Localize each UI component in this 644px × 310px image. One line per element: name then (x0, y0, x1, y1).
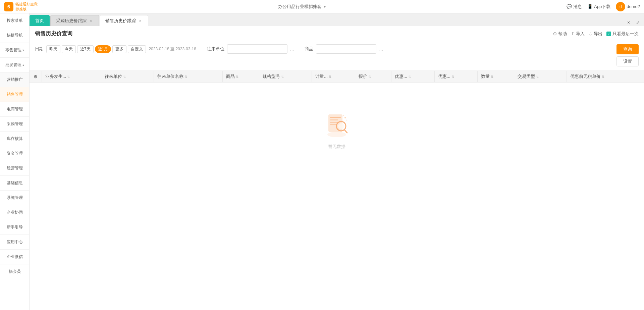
th-unit-code[interactable]: 往来单位⇅ (101, 71, 154, 83)
sidebar-label-app-center: 应用中心 (7, 239, 23, 245)
tab-sales-history-close[interactable]: × (138, 18, 143, 23)
sidebar-label-inventory: 库存核算 (7, 136, 23, 142)
th-goods[interactable]: 商品⇅ (223, 71, 259, 83)
sidebar-item-purchase-mgmt[interactable]: 采购管理 (0, 117, 29, 132)
sidebar-item-inventory[interactable]: 库存核算 (0, 132, 29, 146)
retail-arrow-icon: ▾ (22, 48, 24, 52)
topbar-right: 💬 消息 📱 App下载 d demo2 (567, 2, 640, 11)
sidebar-label-search-menu: 搜索菜单 (7, 18, 23, 23)
sidebar-item-ecom-mgmt[interactable]: 电商管理 (0, 102, 29, 117)
sidebar-item-app-center[interactable]: 应用中心 (0, 235, 29, 250)
filter-goods-group: 商品 ... (305, 44, 383, 54)
th-trade-type[interactable]: 交易类型⇅ (514, 71, 567, 83)
export-icon: ⇩ (589, 31, 592, 36)
sidebar-item-sales-mgmt[interactable]: 销售管理 (0, 87, 29, 102)
page-content: 销售历史价查询 ⊙ 帮助 ⇧ 导入 ⇩ 导出 ✓ (30, 26, 644, 310)
date-btn-yesterday[interactable]: 昨天 (46, 45, 60, 53)
tab-home-label: 首页 (35, 18, 44, 24)
date-btn-custom[interactable]: 自定义 (128, 45, 146, 53)
sidebar-item-search-menu[interactable]: 搜索菜单 (0, 13, 29, 28)
th-unit-name[interactable]: 往来单位名称⇅ (154, 71, 223, 83)
svg-rect-3 (330, 119, 338, 120)
filter-unit-group: 往来单位 ... (207, 44, 294, 54)
sidebar-item-sys-mgmt[interactable]: 系统管理 (0, 191, 29, 205)
sidebar-label-purchase-mgmt: 采购管理 (7, 121, 23, 127)
help-label: 帮助 (558, 31, 567, 37)
import-label: 导入 (576, 31, 585, 37)
app-download-btn[interactable]: 📱 App下载 (587, 4, 610, 10)
sidebar-item-fund-mgmt[interactable]: 资金管理 (0, 146, 29, 161)
goods-dots[interactable]: ... (379, 46, 383, 52)
page-header: 销售历史价查询 ⊙ 帮助 ⇧ 导入 ⇩ 导出 ✓ (30, 26, 644, 40)
th-discount2[interactable]: 优惠...⇅ (434, 71, 478, 83)
query-button[interactable]: 查询 (616, 44, 639, 54)
settings-button[interactable]: 设置 (616, 56, 639, 66)
tab-purchase-history-label: 采购历史价跟踪 (56, 18, 87, 24)
sidebar-item-member[interactable]: 畅会员 (0, 264, 29, 279)
import-btn[interactable]: ⇧ 导入 (571, 31, 585, 37)
svg-point-0 (327, 132, 346, 137)
avatar: d (616, 2, 625, 11)
topbar-center: 办公用品行业模拟账套 ▾ (278, 4, 326, 10)
app-icon: 📱 (587, 4, 593, 9)
svg-point-9 (344, 117, 346, 118)
content-area: 首页 采购历史价跟踪 × 销售历史价跟踪 × × ⤢ 销售历史价查询 (30, 13, 644, 310)
date-btn-more[interactable]: 更多 (112, 45, 126, 53)
sidebar-item-marketing[interactable]: 营销推广 (0, 72, 29, 87)
tab-purchase-history-close[interactable]: × (89, 18, 93, 23)
sidebar-item-retail-mgmt[interactable]: 零售管理 ▾ (0, 43, 29, 58)
sidebar-label-enterprise: 企业协同 (7, 210, 23, 215)
sidebar-label-wholesale-mgmt: 批发管理 (5, 62, 21, 68)
sidebar-item-wholesale-mgmt[interactable]: 批发管理 ▴ (0, 58, 29, 72)
sidebar-label-marketing: 营销推广 (7, 77, 23, 83)
th-qty[interactable]: 数量⇅ (478, 71, 514, 83)
page-actions: ⊙ 帮助 ⇧ 导入 ⇩ 导出 ✓ 只看最后一次 (553, 31, 639, 37)
last-one-checkbox[interactable]: ✓ 只看最后一次 (606, 31, 639, 37)
th-gear[interactable]: ⚙ (30, 71, 42, 83)
sidebar-item-quick-nav[interactable]: 快捷导航 (0, 28, 29, 43)
sidebar-label-retail-mgmt: 零售管理 (5, 47, 21, 53)
tab-sales-history[interactable]: 销售历史价跟踪 × (100, 15, 148, 26)
sidebar-item-ops-mgmt[interactable]: 经营管理 (0, 161, 29, 176)
filter-right: 查询 设置 (616, 44, 639, 66)
th-pre-tax-price[interactable]: 优惠前无税单价⇅ (567, 71, 644, 83)
sidebar-label-sales-mgmt: 销售管理 (7, 92, 23, 97)
th-biz-date[interactable]: 业务发生...⇅ (42, 71, 101, 83)
tab-close-all-btn[interactable]: × (625, 19, 632, 26)
sort-icon-unit-name: ⇅ (184, 75, 187, 79)
sidebar: 搜索菜单 快捷导航 零售管理 ▾ 批发管理 ▴ 营销推广 销售管理 电商管理 采… (0, 13, 30, 310)
sidebar-item-basic-info[interactable]: 基础信息 (0, 176, 29, 191)
svg-rect-2 (330, 117, 341, 118)
logo-text: 畅捷通好生意 标准版 (15, 2, 38, 11)
sort-icon-goods: ⇅ (236, 75, 238, 79)
export-btn[interactable]: ⇩ 导出 (589, 31, 602, 37)
tab-purchase-history[interactable]: 采购历史价跟踪 × (50, 15, 99, 26)
sidebar-item-enterprise-wechat[interactable]: 企业微信 (0, 250, 29, 264)
user-menu[interactable]: d demo2 (616, 2, 640, 11)
filter-area: 日期 昨天 今天 近7天 近1月 更多 自定义 2023-02-18 至 202… (30, 40, 644, 71)
date-label: 日期 (35, 46, 44, 52)
from-unit-input[interactable] (227, 44, 287, 54)
sidebar-label-fund-mgmt: 资金管理 (7, 151, 23, 156)
date-btn-last1m[interactable]: 近1月 (95, 45, 111, 53)
th-unit[interactable]: 计量...⇅ (312, 71, 355, 83)
app-dropdown-icon[interactable]: ▾ (324, 4, 326, 9)
th-quote[interactable]: 报价⇅ (355, 71, 391, 83)
svg-line-8 (344, 130, 347, 133)
sidebar-label-ops-mgmt: 经营管理 (7, 165, 23, 171)
from-unit-label: 往来单位 (207, 46, 224, 52)
tab-home[interactable]: 首页 (30, 15, 50, 26)
sidebar-item-enterprise[interactable]: 企业协同 (0, 205, 29, 220)
date-btn-last7[interactable]: 近7天 (77, 45, 94, 53)
help-btn[interactable]: ⊙ 帮助 (553, 31, 567, 37)
from-unit-dots[interactable]: ... (290, 46, 294, 52)
tab-expand-btn[interactable]: ⤢ (635, 19, 641, 26)
goods-input[interactable] (316, 44, 376, 54)
date-btn-today[interactable]: 今天 (62, 45, 76, 53)
message-btn[interactable]: 💬 消息 (567, 4, 582, 10)
sidebar-item-new-guide[interactable]: 新手引导 (0, 220, 29, 235)
th-spec[interactable]: 规格型号⇅ (259, 71, 312, 83)
table-wrapper: ⚙ 业务发生...⇅ 往来单位⇅ 往来单位名称⇅ (30, 71, 644, 176)
th-discount1[interactable]: 优惠...⇅ (391, 71, 435, 83)
sort-icon-pre-tax-price: ⇅ (602, 75, 604, 79)
